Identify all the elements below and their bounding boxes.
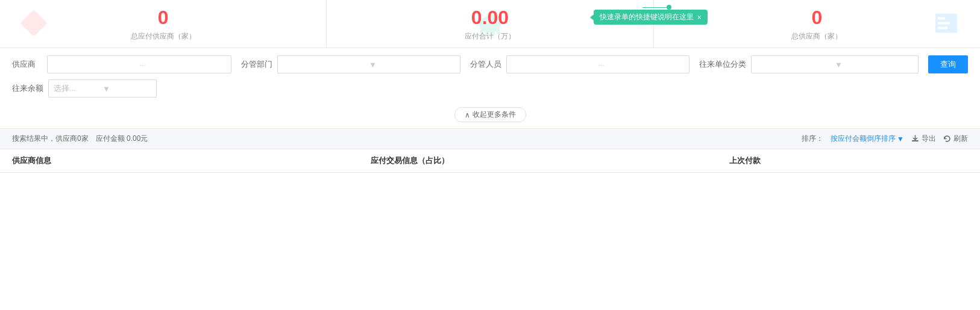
sort-select[interactable]: 按应付会额倒序排序 ▼: [831, 134, 904, 144]
blueprint-icon: [931, 7, 962, 39]
sort-label: 排序：: [802, 134, 823, 144]
supplier-label: 供应商: [12, 59, 42, 70]
person-input[interactable]: ···: [506, 55, 689, 73]
search-row-1: 供应商 ··· 分管部门 ▼ 分管人员 ··· 往来单位分类: [12, 55, 968, 73]
result-amount-text: 应付金额 0.00元: [96, 134, 148, 144]
query-button[interactable]: 查询: [928, 55, 968, 73]
department-arrow: ▼: [369, 60, 455, 69]
export-button[interactable]: 导出: [911, 134, 936, 144]
search-row-2: 往来余额 选择... ▼: [12, 79, 968, 98]
result-bar: 搜索结果中，供应商0家 应付金额 0.00元 排序： 按应付会额倒序排序 ▼ 导…: [0, 129, 980, 149]
diamond-icon: ¥: [18, 7, 49, 39]
supplier-input[interactable]: ···: [47, 55, 231, 73]
supplier-field: 供应商 ···: [12, 55, 231, 73]
tooltip-container: 快速录单的快捷键说明在这里 ×: [642, 5, 671, 10]
tooltip-bubble: 快速录单的快捷键说明在这里 ×: [594, 10, 708, 25]
balance-arrow: ▼: [102, 84, 151, 93]
stat-payable-total: 0.00 应付合计（万） 快速录单的快捷键说明在这里 ×: [327, 0, 653, 48]
supplier-dots-btn[interactable]: ···: [139, 60, 226, 69]
export-icon: [911, 135, 919, 143]
tooltip-dot: [667, 5, 671, 10]
stat-total-payable-suppliers: ¥ 0 总应付供应商（家）: [0, 0, 327, 48]
collapse-button[interactable]: ∧ 收起更多条件: [454, 107, 526, 122]
svg-rect-13: [912, 140, 919, 141]
unit-arrow: ▼: [835, 60, 913, 69]
stat-total-payable-number: 0: [131, 6, 196, 29]
svg-text:¥: ¥: [31, 17, 36, 27]
result-actions: 排序： 按应付会额倒序排序 ▼ 导出 刷新: [802, 134, 968, 144]
sort-value: 按应付会额倒序排序: [831, 134, 896, 144]
svg-rect-10: [938, 17, 945, 19]
refresh-icon: [943, 135, 951, 143]
collapse-label: 收起更多条件: [473, 110, 516, 120]
col-last-payment-header: 上次付款: [729, 155, 969, 166]
department-label: 分管部门: [241, 59, 272, 70]
unit-label: 往来单位分类: [699, 59, 746, 70]
tooltip-text: 快速录单的快捷键说明在这里: [600, 12, 694, 22]
svg-rect-12: [938, 26, 947, 29]
person-label: 分管人员: [470, 59, 501, 70]
balance-select[interactable]: 选择... ▼: [48, 79, 157, 98]
col-supplier-header: 供应商信息: [12, 155, 371, 166]
person-dots-btn[interactable]: ···: [598, 60, 684, 69]
balance-field: 往来余额 选择... ▼: [12, 79, 169, 98]
tooltip-line: [642, 7, 667, 8]
stat-payable-total-number: 0.00: [465, 6, 515, 29]
result-suppliers-text: 搜索结果中，供应商0家: [12, 134, 89, 144]
svg-rect-11: [938, 22, 950, 24]
refresh-button[interactable]: 刷新: [943, 134, 968, 144]
unit-input[interactable]: ▼: [751, 55, 919, 73]
col-transaction-header: 应付交易信息（占比）: [371, 155, 729, 166]
balance-placeholder: 选择...: [54, 83, 102, 94]
stat-total-suppliers-label: 总供应商（家）: [791, 31, 842, 42]
collapse-bar: ∧ 收起更多条件: [12, 104, 968, 128]
tooltip-close-btn[interactable]: ×: [697, 13, 702, 22]
stat-total-payable-label: 总应付供应商（家）: [131, 31, 196, 42]
balance-label: 往来余额: [12, 83, 43, 94]
table-body: [0, 173, 980, 310]
department-input[interactable]: ▼: [277, 55, 460, 73]
person-field: 分管人员 ···: [470, 55, 689, 73]
stat-total-suppliers-number: 0: [791, 6, 842, 29]
search-bar: 供应商 ··· 分管部门 ▼ 分管人员 ··· 往来单位分类: [0, 48, 980, 129]
stat-payable-total-label: 应付合计（万）: [465, 31, 515, 42]
department-field: 分管部门 ▼: [241, 55, 460, 73]
refresh-label: 刷新: [953, 134, 968, 144]
table-header: 供应商信息 应付交易信息（占比） 上次付款: [0, 149, 980, 173]
result-info: 搜索结果中，供应商0家 应付金额 0.00元: [12, 134, 148, 144]
collapse-chevron: ∧: [465, 111, 470, 119]
sort-arrow: ▼: [897, 135, 904, 143]
unit-field: 往来单位分类 ▼: [699, 55, 919, 73]
export-label: 导出: [922, 134, 936, 144]
top-stats-bar: ¥ 0 总应付供应商（家） 0.00 应付合计（万）: [0, 0, 980, 48]
